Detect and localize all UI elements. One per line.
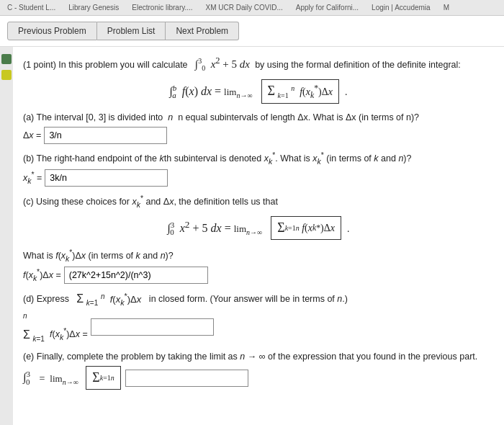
sum-input[interactable] (91, 318, 214, 336)
part-e-section: (e) Finally, complete the problem by tak… (23, 350, 494, 390)
sidebar-dot-green (1, 54, 12, 64)
part-e-answer-row: ∫30 = limn→∞ Σ k=1 n (23, 366, 494, 390)
content-area: (1 point) In this problem you will calcu… (0, 47, 504, 425)
part-c-section: (c) Using these choices for xk* and Δx, … (23, 193, 494, 285)
next-problem-button[interactable]: Next Problem (166, 22, 239, 40)
left-sidebar (0, 47, 13, 425)
tab-login[interactable]: Login | Accudemia (367, 2, 435, 13)
part-e-input[interactable] (125, 370, 248, 387)
fxk-label: f(xk*)Δx = (23, 267, 61, 284)
part-a-label: (a) The interval [0, 3] is divided into … (23, 111, 494, 125)
xk-label: xk* = (23, 169, 42, 187)
problem-content: (1 point) In this problem you will calcu… (13, 47, 504, 425)
problem-list-button[interactable]: Problem List (97, 22, 166, 40)
main-area: Previous Problem Problem List Next Probl… (0, 16, 504, 425)
tab-apply[interactable]: Apply for Californi... (292, 2, 363, 13)
problem-intro: (1 point) In this problem you will calcu… (23, 54, 494, 73)
part-a-answer-row: Δx = (23, 127, 494, 144)
browser-bar: C - Student L... Library Genesis Electro… (0, 0, 504, 16)
by-text: by using the formal definition of the de… (255, 60, 461, 70)
tab-electronic[interactable]: Electronic library.... (127, 2, 197, 13)
part-d-label: (d) Express Σ k=1 n f(xk*)Δx in closed f… (23, 290, 494, 308)
delta-x-label: Δx = (23, 129, 41, 143)
fxk-input[interactable] (64, 267, 208, 284)
part-c-label: (c) Using these choices for xk* and Δx, … (23, 193, 494, 210)
problem-toolbar: Previous Problem Problem List Next Probl… (0, 16, 504, 47)
part-c-answer-row: f(xk*)Δx = (23, 267, 494, 284)
tab-student[interactable]: C - Student L... (3, 2, 60, 13)
part-d-section: (d) Express Σ k=1 n f(xk*)Δx in closed f… (23, 290, 494, 344)
part-b-section: (b) The right-hand endpoint of the kth s… (23, 150, 494, 187)
part-e-lim: = limn→∞ Σ k=1 n (34, 366, 120, 390)
part-b-label: (b) The right-hand endpoint of the kth s… (23, 150, 494, 167)
tab-m[interactable]: M (439, 2, 454, 13)
sum-label: n Σ k=1 f(xk*)Δx = (23, 310, 88, 344)
part-e-label: (e) Finally, complete the problem by tak… (23, 350, 494, 364)
formal-definition-block: ∫ba f(x) dx = limn→∞ Σ k=1 n f(xk*)Δx . (23, 79, 494, 104)
delta-x-input[interactable] (44, 127, 167, 144)
part-a-section: (a) The interval [0, 3] is divided into … (23, 111, 494, 144)
sidebar-dot-yellow (1, 70, 12, 80)
part-c-math: ∫30 x2 + 5 dx = limn→∞ Σ k=1 n f(xk*)Δx … (23, 216, 494, 240)
intro-text: (1 point) In this problem you will calcu… (23, 60, 188, 70)
tab-ucr[interactable]: XM UCR Daily COVID... (202, 2, 287, 13)
part-b-answer-row: xk* = (23, 169, 494, 187)
tab-library[interactable]: Library Genesis (64, 2, 123, 13)
part-d-answer-row: n Σ k=1 f(xk*)Δx = (23, 310, 494, 344)
inline-integral: ∫30 x2 + 5 dx (195, 58, 253, 70)
prev-problem-button[interactable]: Previous Problem (7, 22, 97, 40)
part-c-what: What is f(xk*)Δx (in terms of k and n)? (23, 247, 494, 264)
part-e-integral: ∫30 (23, 368, 30, 388)
xk-input[interactable] (45, 169, 168, 187)
